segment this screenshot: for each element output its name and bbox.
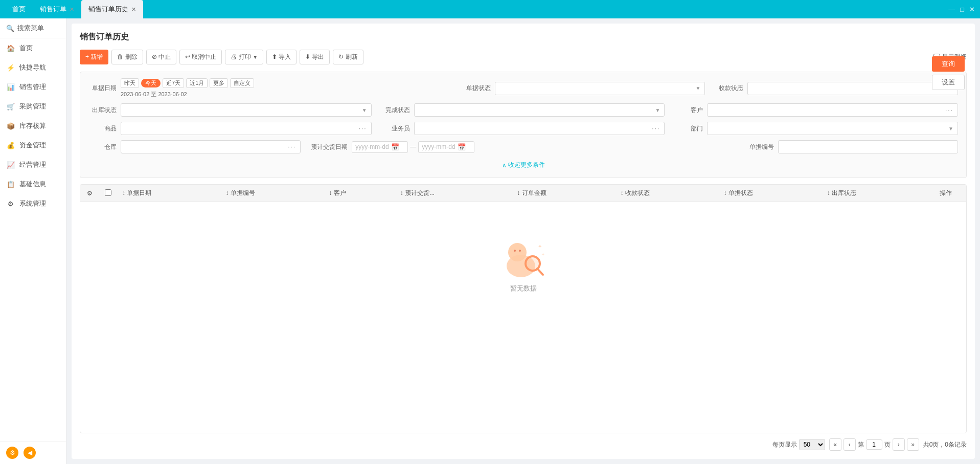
- date-today-btn[interactable]: 今天: [141, 79, 161, 87]
- sidebar-bottom: ⚙ ◀: [0, 441, 66, 464]
- th-outbound-status[interactable]: ↕ 出库状态: [822, 185, 925, 202]
- minimize-btn[interactable]: —: [948, 6, 955, 13]
- status-label: 单据状态: [463, 84, 491, 93]
- date-last7-btn[interactable]: 近7天: [163, 78, 184, 88]
- sidebar-item-basic[interactable]: 📋 基础信息: [0, 174, 66, 194]
- print-btn[interactable]: 🖨 打印 ▼: [225, 50, 263, 64]
- sidebar-settings-btn[interactable]: ⚙: [6, 447, 18, 459]
- filter-status: 单据状态 ▼: [463, 82, 705, 95]
- page-nav: « ‹ 第 页 › »: [829, 438, 919, 451]
- date-custom-btn[interactable]: 自定义: [230, 78, 254, 88]
- outbound-status-arrow-icon: ▼: [362, 107, 367, 113]
- delivery-date-from[interactable]: yyyy-mm-dd 📅: [352, 141, 408, 153]
- filter-row-2: 出库状态 ▼ 完成状态 ▼ 客户: [88, 103, 958, 117]
- customer-more-icon: ···: [945, 106, 953, 114]
- tab-home[interactable]: 首页: [5, 0, 33, 18]
- search-icon: 🔍: [6, 25, 14, 32]
- sidebar-item-finance[interactable]: 💰 资金管理: [0, 136, 66, 155]
- th-amount[interactable]: ↕ 订单金额: [512, 185, 615, 202]
- filter-date-btns: 昨天 今天 近7天 近1月 更多 自定义: [121, 78, 254, 88]
- th-order-no[interactable]: ↕ 单据编号: [220, 185, 324, 202]
- sidebar-item-system[interactable]: ⚙ 系统管理: [0, 194, 66, 213]
- sidebar-search[interactable]: 🔍 搜索菜单: [0, 18, 66, 38]
- cancel-stop-btn[interactable]: ↩ 取消中止: [179, 50, 222, 64]
- close-tab-sales-order-history[interactable]: ✕: [131, 6, 136, 13]
- total-label: 共0页，0条记录: [923, 440, 967, 449]
- basic-icon: 📋: [6, 180, 15, 189]
- th-checkbox[interactable]: [99, 185, 117, 202]
- sidebar-item-operation[interactable]: 📈 经营管理: [0, 155, 66, 174]
- filter-delivery-date: 预计交货日期 yyyy-mm-dd 📅 — yyyy-mm-dd 📅: [311, 141, 736, 153]
- department-select[interactable]: ▼: [707, 122, 958, 135]
- tab-sales-order-history[interactable]: 销售订单历史 ✕: [81, 0, 143, 18]
- maximize-btn[interactable]: □: [960, 6, 964, 13]
- salesperson-input[interactable]: ···: [414, 122, 665, 135]
- outbound-status-label: 出库状态: [88, 106, 117, 115]
- th-customer[interactable]: ↕ 客户: [324, 185, 395, 202]
- stop-btn[interactable]: ⊘ 中止: [146, 50, 176, 64]
- tab-sales-order[interactable]: 销售订单 ✕: [33, 0, 81, 18]
- sidebar-collapse-btn[interactable]: ◀: [24, 447, 36, 459]
- export-btn[interactable]: ⬇ 导出: [300, 50, 330, 64]
- sidebar-item-purchase-label: 采购管理: [19, 102, 46, 111]
- date-last1m-btn[interactable]: 近1月: [186, 78, 208, 88]
- calendar-to-icon: 📅: [458, 143, 466, 151]
- sidebar-item-home[interactable]: 🏠 首页: [0, 38, 66, 58]
- customer-input[interactable]: ···: [707, 103, 958, 117]
- filter-row-1: 单据日期 昨天 今天 近7天 近1月 更多 自定义 2023-06-02 至 2…: [88, 78, 958, 98]
- delete-btn[interactable]: 🗑 删除: [111, 50, 143, 64]
- query-action-area: 查询 设置: [932, 56, 965, 90]
- delivery-date-to[interactable]: yyyy-mm-dd 📅: [418, 141, 474, 153]
- close-btn[interactable]: ✕: [969, 6, 975, 13]
- order-no-input[interactable]: [778, 140, 958, 153]
- customer-label: 客户: [675, 106, 703, 115]
- per-page: 每页显示 50 20 100: [772, 439, 825, 450]
- new-btn[interactable]: + 新增: [80, 50, 108, 64]
- query-btn[interactable]: 查询: [932, 56, 965, 72]
- empty-text: 暂无数据: [510, 284, 537, 293]
- receipt-status-select[interactable]: ▼: [747, 82, 958, 95]
- operation-icon: 📈: [6, 160, 15, 169]
- th-receipt-status[interactable]: ↕ 收款状态: [615, 185, 718, 202]
- prev-page-btn[interactable]: ‹: [844, 438, 856, 451]
- toolbar: + 新增 🗑 删除 ⊘ 中止 ↩ 取消中止 🖨 打印 ▼ ⬆ 导入 ⬇ 导出 ↻…: [80, 50, 967, 64]
- sidebar: 🔍 搜索菜单 🏠 首页 ⚡ 快捷导航 📊 销售管理 🛒 采购管理 📦 库存核算 …: [0, 18, 66, 464]
- per-page-select[interactable]: 50 20 100: [799, 439, 825, 450]
- th-order-status[interactable]: ↕ 单据状态: [719, 185, 822, 202]
- outbound-status-select[interactable]: ▼: [121, 103, 372, 117]
- page: 销售订单历史 + 新增 🗑 删除 ⊘ 中止 ↩ 取消中止 🖨 打印 ▼ ⬆ 导入…: [72, 24, 975, 459]
- sidebar-item-sales[interactable]: 📊 销售管理: [0, 77, 66, 97]
- close-tab-sales-order[interactable]: ✕: [70, 6, 74, 13]
- sidebar-search-label: 搜索菜单: [17, 24, 44, 33]
- th-delivery-date[interactable]: ↕ 预计交货...: [395, 185, 512, 202]
- status-select[interactable]: ▼: [495, 82, 705, 95]
- import-btn[interactable]: ⬆ 导入: [266, 50, 297, 64]
- page-input[interactable]: [866, 439, 882, 450]
- completion-status-select[interactable]: ▼: [414, 103, 665, 117]
- filter-customer: 客户 ···: [675, 103, 958, 117]
- date-yesterday-btn[interactable]: 昨天: [121, 78, 139, 88]
- th-date[interactable]: ↕ 单据日期: [117, 185, 220, 202]
- filter-area: 单据日期 昨天 今天 近7天 近1月 更多 自定义 2023-06-02 至 2…: [80, 72, 967, 178]
- svg-point-2: [514, 250, 516, 252]
- refresh-btn[interactable]: ↻ 刷新: [333, 50, 363, 64]
- th-settings[interactable]: ⚙: [80, 185, 99, 202]
- select-all-checkbox[interactable]: [105, 189, 111, 196]
- first-page-btn[interactable]: «: [829, 438, 841, 451]
- completion-status-label: 完成状态: [382, 106, 410, 115]
- filter-receipt-status: 收款状态 ▼: [715, 82, 958, 95]
- settings-query-btn[interactable]: 设置: [932, 75, 965, 90]
- sidebar-item-home-label: 首页: [19, 43, 33, 53]
- collapse-btn[interactable]: ∧ 收起更多条件: [502, 161, 545, 169]
- top-bar: 首页 销售订单 ✕ 销售订单历史 ✕ — □ ✕: [0, 0, 980, 18]
- sidebar-item-quick-nav[interactable]: ⚡ 快捷导航: [0, 58, 66, 77]
- svg-text:✦: ✦: [538, 244, 542, 249]
- next-page-btn[interactable]: ›: [893, 438, 905, 451]
- sidebar-item-inventory[interactable]: 📦 库存核算: [0, 116, 66, 136]
- sidebar-item-purchase[interactable]: 🛒 采购管理: [0, 97, 66, 116]
- goods-input[interactable]: ···: [121, 122, 372, 135]
- warehouse-input[interactable]: ···: [121, 140, 301, 153]
- last-page-btn[interactable]: »: [907, 438, 919, 451]
- date-more-btn[interactable]: 更多: [210, 78, 228, 88]
- receipt-status-label: 收款状态: [715, 84, 743, 93]
